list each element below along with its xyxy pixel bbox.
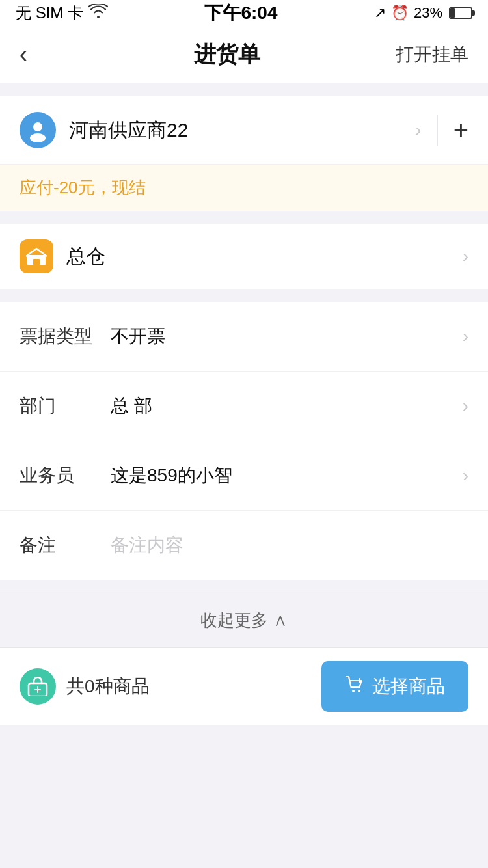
status-left: 无 SIM 卡 [16, 3, 108, 23]
product-count-area: 共0种商品 [20, 668, 150, 705]
svg-point-1 [30, 133, 46, 142]
dept-chevron-icon: › [463, 396, 468, 416]
carrier-text: 无 SIM 卡 [16, 3, 83, 23]
dept-label: 部门 [20, 394, 104, 418]
section-gap-2 [0, 211, 488, 224]
select-product-label: 选择商品 [372, 674, 445, 699]
sales-label: 业务员 [20, 463, 104, 488]
section-gap-1 [0, 83, 488, 96]
remark-label: 备注 [20, 533, 104, 558]
status-time: 下午6:04 [204, 1, 277, 25]
collapse-bar[interactable]: 收起更多 ∧ [0, 593, 488, 647]
nav-bar: ‹ 进货单 打开挂单 [0, 26, 488, 83]
warehouse-icon [20, 239, 53, 273]
supplier-row[interactable]: 河南供应商22 › + [0, 96, 488, 165]
warehouse-row[interactable]: 总仓 › [0, 224, 488, 289]
select-product-button[interactable]: 选择商品 [321, 661, 468, 712]
supplier-name: 河南供应商22 [69, 117, 415, 144]
divider [437, 115, 438, 146]
status-bar: 无 SIM 卡 下午6:04 ↗ ⏰ 23% [0, 0, 488, 26]
supplier-section: 河南供应商22 › + 应付-20元，现结 [0, 96, 488, 211]
add-supplier-button[interactable]: + [454, 117, 468, 143]
warehouse-name: 总仓 [66, 243, 463, 270]
status-right: ↗ ⏰ 23% [374, 5, 472, 21]
battery-text: 23% [414, 5, 442, 21]
alert-bar: 应付-20元，现结 [0, 165, 488, 211]
rest-area [0, 725, 488, 868]
remark-input[interactable]: 备注内容 [104, 533, 468, 558]
bottom-bar: 共0种商品 选择商品 [0, 647, 488, 725]
svg-point-7 [352, 690, 355, 692]
svg-point-8 [358, 690, 360, 692]
alarm-icon: ⏰ [391, 5, 409, 21]
form-section: 票据类型 不开票 › 部门 总 部 › 业务员 这是859的小智 › 备注 备注… [0, 302, 488, 580]
dept-value: 总 部 [104, 394, 463, 418]
location-icon: ↗ [374, 5, 386, 21]
supplier-chevron-icon: › [415, 120, 421, 141]
sales-value: 这是859的小智 [104, 463, 463, 488]
dept-row[interactable]: 部门 总 部 › [0, 372, 488, 441]
warehouse-chevron-icon: › [463, 246, 468, 267]
back-button[interactable]: ‹ [20, 41, 59, 68]
open-pending-button[interactable]: 打开挂单 [396, 42, 468, 67]
product-bag-icon [20, 668, 56, 705]
invoice-type-value: 不开票 [104, 324, 463, 349]
svg-point-0 [33, 122, 42, 131]
svg-rect-3 [33, 259, 40, 265]
cart-icon [345, 675, 364, 698]
sales-chevron-icon: › [463, 465, 468, 486]
sales-row[interactable]: 业务员 这是859的小智 › [0, 441, 488, 511]
invoice-type-row[interactable]: 票据类型 不开票 › [0, 302, 488, 372]
page-title: 进货单 [194, 40, 260, 70]
supplier-avatar [20, 112, 56, 148]
battery-icon [449, 7, 472, 19]
wifi-icon [88, 4, 108, 22]
remark-row[interactable]: 备注 备注内容 [0, 511, 488, 580]
invoice-chevron-icon: › [463, 326, 468, 347]
product-count-text: 共0种商品 [66, 674, 150, 699]
warehouse-section: 总仓 › [0, 224, 488, 289]
invoice-type-label: 票据类型 [20, 324, 104, 349]
